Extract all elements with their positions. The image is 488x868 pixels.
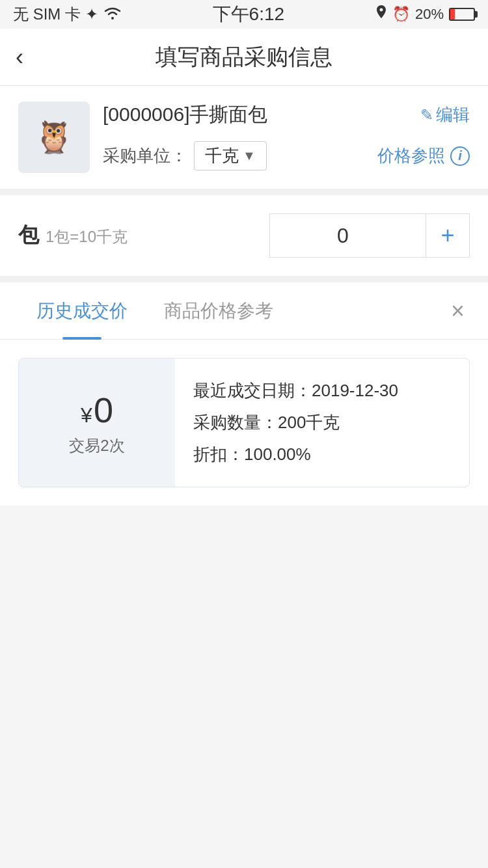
price-reference-button[interactable]: 价格参照 i (377, 144, 470, 167)
alarm-icon: ⏰ (392, 6, 410, 23)
unit-select[interactable]: 千克 ▼ (194, 141, 267, 170)
status-bar: 无 SIM 卡 ✦ 下午6:12 ⏰ 20% (0, 0, 488, 29)
history-price-left: ¥ 0 交易2次 (19, 359, 175, 487)
price-number: 0 (94, 390, 113, 430)
edit-button[interactable]: ✎ 编辑 (420, 103, 470, 126)
tab-history-price[interactable]: 历史成交价 (18, 282, 146, 340)
quantity-plus-button[interactable]: + (426, 213, 470, 258)
help-icon: i (450, 146, 470, 166)
page-title: 填写商品采购信息 (156, 42, 332, 72)
page-background (0, 506, 488, 868)
unit-left: 采购单位： 千克 ▼ (103, 141, 267, 170)
history-qty-value: 200千克 (278, 411, 340, 434)
quantity-input[interactable] (269, 213, 426, 258)
wifi-icon (103, 5, 122, 23)
battery-bar (449, 8, 475, 21)
product-unit-row: 采购单位： 千克 ▼ 价格参照 i (103, 141, 470, 170)
history-date-value: 2019-12-30 (312, 381, 398, 401)
product-thumbnail: 🦉 (18, 102, 90, 173)
product-name: [0000006]手撕面包 (103, 102, 267, 128)
history-detail-discount: 折扣： 100.00% (193, 443, 451, 466)
location-icon (375, 5, 387, 23)
history-date-label: 最近成交日期： (193, 379, 312, 402)
history-card: ¥ 0 交易2次 最近成交日期： 2019-12-30 采购数量： 200千克 … (18, 358, 470, 487)
status-time: 下午6:12 (213, 2, 285, 27)
unit-label: 采购单位： (103, 144, 187, 167)
history-trades: 交易2次 (69, 435, 124, 456)
status-left: 无 SIM 卡 ✦ (13, 4, 122, 25)
history-qty-label: 采购数量： (193, 411, 278, 434)
tab-product-price-reference[interactable]: 商品价格参考 (146, 282, 291, 340)
sim-status: 无 SIM 卡 ✦ (13, 4, 98, 25)
product-header: [0000006]手撕面包 ✎ 编辑 (103, 102, 470, 128)
tab-header: 历史成交价 商品价格参考 × (0, 282, 488, 340)
history-detail-date: 最近成交日期： 2019-12-30 (193, 379, 451, 402)
product-card: 🦉 [0000006]手撕面包 ✎ 编辑 采购单位： 千克 ▼ 价格参照 i (0, 86, 488, 195)
back-button[interactable]: ‹ (16, 44, 23, 71)
quantity-input-group: + (269, 213, 470, 258)
nav-bar: ‹ 填写商品采购信息 (0, 29, 488, 86)
product-info: [0000006]手撕面包 ✎ 编辑 采购单位： 千克 ▼ 价格参照 i (103, 102, 470, 170)
edit-icon: ✎ (420, 106, 433, 124)
price-symbol: ¥ (81, 403, 92, 427)
status-right: ⏰ 20% (375, 5, 475, 23)
battery-fill (450, 9, 455, 20)
quantity-row: 包 1包=10千克 + (0, 195, 488, 282)
history-discount-value: 100.00% (244, 444, 311, 465)
history-card-right: 最近成交日期： 2019-12-30 采购数量： 200千克 折扣： 100.0… (175, 359, 469, 487)
quantity-desc: 1包=10千克 (46, 226, 128, 247)
tab-content: ¥ 0 交易2次 最近成交日期： 2019-12-30 采购数量： 200千克 … (0, 340, 488, 506)
history-price-value: ¥ 0 (81, 390, 113, 430)
quantity-label: 包 1包=10千克 (18, 221, 128, 250)
tab-list: 历史成交价 商品价格参考 (18, 282, 291, 340)
product-thumb-icon: 🦉 (34, 119, 74, 156)
quantity-unit: 包 (18, 221, 39, 250)
battery-percent: 20% (415, 6, 444, 23)
price-ref-label: 价格参照 (377, 144, 445, 167)
dropdown-arrow-icon: ▼ (243, 148, 256, 163)
tab-close-button[interactable]: × (446, 297, 470, 325)
unit-value: 千克 (205, 144, 239, 167)
history-discount-label: 折扣： (193, 443, 244, 466)
tab-panel: 历史成交价 商品价格参考 × ¥ 0 交易2次 最近成交日期： 2019-12-… (0, 282, 488, 506)
history-detail-quantity: 采购数量： 200千克 (193, 411, 451, 434)
